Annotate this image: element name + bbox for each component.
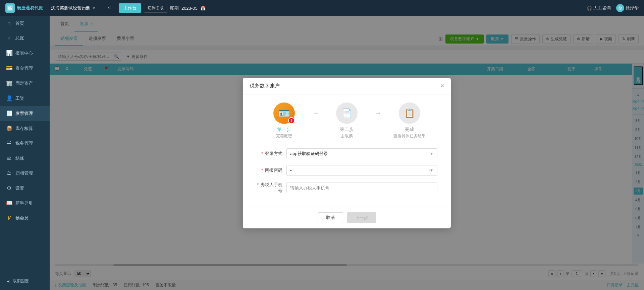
- top-bar-right: 🎧 人工咨询 徐 徐泽华: [587, 4, 639, 12]
- user-avatar[interactable]: 徐 徐泽华: [616, 4, 639, 12]
- sidebar-item-salary[interactable]: 👤 工资: [0, 91, 50, 106]
- password-row: * 网报密码 👁: [256, 165, 437, 176]
- phone-input[interactable]: [290, 186, 434, 191]
- steps-container: 🪪 ! 第一步 完善账密 → 📄: [256, 102, 437, 139]
- tax-icon: 🏛: [6, 140, 12, 146]
- password-input[interactable]: [290, 168, 429, 173]
- document-icon: 📄: [341, 108, 352, 119]
- dialog-close-button[interactable]: ×: [440, 82, 444, 89]
- sidebar-item-tax[interactable]: 🏛 税务管理: [0, 136, 50, 151]
- cancel-button[interactable]: 取消: [318, 212, 343, 223]
- switch-version-button[interactable]: 切到旧版: [144, 4, 167, 13]
- asset-icon: 🏢: [6, 80, 12, 86]
- inventory-icon: 📦: [6, 125, 12, 132]
- home-icon: ⌂: [6, 20, 12, 26]
- next-step-button[interactable]: 下一步: [347, 212, 376, 223]
- form: * 登录方式 app获取验证码登录 ▼: [256, 148, 437, 194]
- phone-label: * 办税人手机号: [256, 182, 286, 194]
- step-3: 📋 完成 查看具体任务结果: [381, 102, 437, 139]
- sidebar-item-settings[interactable]: ⚙ 设置: [0, 180, 50, 196]
- person-card-icon: 🪪: [278, 108, 290, 119]
- tax-digital-account-dialog: 税务数字账户 × 🪪 ! 第一步: [243, 78, 451, 228]
- dialog-footer: 取消 下一步: [243, 207, 451, 228]
- ledger-icon: ≡: [6, 35, 12, 41]
- content-area: 首页 发票 × 销项发票 进项发票 费用小票 ⊞: [50, 16, 644, 290]
- sidebar-item-label: 新手导引: [15, 200, 33, 206]
- chevron-down-icon: ▼: [92, 6, 96, 10]
- password-toggle-icon[interactable]: 👁: [429, 168, 434, 173]
- sidebar-item-asset[interactable]: 🏢 固定资产: [0, 76, 50, 91]
- step-1: 🪪 ! 第一步 完善账密: [256, 102, 312, 139]
- sidebar-item-label: 工资: [15, 95, 24, 101]
- step-3-icon-wrap: 📋: [399, 102, 420, 124]
- settle-icon: ⚖: [6, 155, 12, 161]
- sidebar-item-label: 固定资产: [15, 80, 33, 86]
- archive-icon: 🗂: [6, 170, 12, 176]
- logo-icon: 畅: [5, 3, 15, 13]
- top-bar: 畅 畅捷通易代账 沈海英测试经营勿删 ▼ 🖨 工作台 切到旧版 账期 2023-…: [0, 0, 644, 16]
- sidebar-item-label: 归档管理: [15, 170, 33, 176]
- step-arrow-1: →: [312, 102, 319, 117]
- pin-icon: ◄: [6, 279, 10, 284]
- login-method-row: * 登录方式 app获取验证码登录 ▼: [256, 148, 437, 159]
- company-selector[interactable]: 沈海英测试经营勿删 ▼: [51, 5, 96, 11]
- cancel-pin-button[interactable]: ◄ 取消固定: [0, 276, 50, 287]
- sidebar-item-label: 税务管理: [15, 140, 33, 146]
- sidebar: ⌂ 首页 ≡ 总账 📊 报表中心 💳 资金管理 🏢 固定资产 👤 工资: [0, 16, 50, 290]
- step-1-icon-wrap: 🪪 !: [273, 102, 295, 124]
- sidebar-item-label: 首页: [15, 20, 24, 26]
- sidebar-item-report[interactable]: 📊 报表中心: [0, 46, 50, 61]
- login-method-select[interactable]: app获取验证码登录 ▼: [286, 148, 437, 159]
- sidebar-item-home[interactable]: ⌂ 首页: [0, 16, 50, 31]
- password-label: * 网报密码: [256, 167, 286, 173]
- sidebar-item-ledger[interactable]: ≡ 总账: [0, 31, 50, 46]
- app-wrapper: 畅 畅捷通易代账 沈海英测试经营勿删 ▼ 🖨 工作台 切到旧版 账期 2023-…: [0, 0, 644, 290]
- step-1-badge: !: [288, 117, 295, 124]
- top-bar-actions: 工作台 切到旧版 账期 2023-05 📅: [119, 3, 206, 13]
- step-1-desc: 完善账密: [276, 133, 292, 139]
- sidebar-item-label: 资金管理: [15, 65, 33, 71]
- report-icon: 📊: [6, 50, 12, 56]
- sidebar-item-inventory[interactable]: 📦 库存核算: [0, 121, 50, 136]
- calendar-icon[interactable]: 📅: [200, 6, 206, 11]
- step-1-label: 第一步: [277, 127, 291, 133]
- period-label: 账期 2023-05 📅: [170, 5, 206, 11]
- workspace-button[interactable]: 工作台: [119, 3, 141, 13]
- step-2-desc: 去取票: [341, 133, 353, 139]
- main-area: ⌂ 首页 ≡ 总账 📊 报表中心 💳 资金管理 🏢 固定资产 👤 工资: [0, 16, 644, 290]
- guide-icon: 📖: [6, 200, 12, 206]
- fund-icon: 💳: [6, 65, 12, 71]
- required-mark: *: [261, 151, 263, 156]
- step-3-desc: 查看具体任务结果: [393, 133, 426, 139]
- sidebar-item-settle[interactable]: ⚖ 结账: [0, 151, 50, 166]
- svg-text:畅: 畅: [8, 6, 12, 11]
- sidebar-item-member[interactable]: V 畅会员: [0, 211, 50, 225]
- password-field[interactable]: 👁: [286, 165, 437, 176]
- phone-field[interactable]: [286, 183, 437, 193]
- step-2-label: 第二步: [340, 127, 354, 133]
- sidebar-item-invoice[interactable]: 🧾 发票管理: [0, 106, 50, 121]
- headset-icon: 🎧: [587, 6, 592, 11]
- user-icon: 徐: [616, 4, 624, 12]
- required-mark-3: *: [257, 182, 259, 187]
- sidebar-item-label: 库存核算: [15, 126, 33, 132]
- modal-overlay: 税务数字账户 × 🪪 ! 第一步: [50, 16, 644, 290]
- login-method-label: * 登录方式: [256, 151, 286, 157]
- salary-icon: 👤: [6, 95, 12, 101]
- dialog-body: 🪪 ! 第一步 完善账密 → 📄: [243, 94, 451, 207]
- invoice-icon: 🧾: [6, 110, 12, 117]
- print-icon[interactable]: 🖨: [107, 5, 112, 11]
- checklist-icon: 📋: [404, 108, 415, 119]
- sidebar-item-label: 总账: [15, 35, 24, 41]
- step-2: 📄 第二步 去取票: [319, 102, 375, 139]
- sidebar-item-label: 发票管理: [15, 111, 33, 117]
- step-2-icon-wrap: 📄: [336, 102, 358, 124]
- user-service-button[interactable]: 🎧 人工咨询: [587, 5, 611, 11]
- company-name: 沈海英测试经营勿删: [51, 5, 90, 11]
- sidebar-item-label: 结账: [15, 155, 24, 161]
- step-arrow-2: →: [375, 102, 381, 117]
- app-logo: 畅 畅捷通易代账: [5, 3, 43, 13]
- sidebar-item-archive[interactable]: 🗂 归档管理: [0, 166, 50, 180]
- sidebar-item-fund[interactable]: 💳 资金管理: [0, 61, 50, 76]
- sidebar-item-guide[interactable]: 📖 新手导引: [0, 196, 50, 211]
